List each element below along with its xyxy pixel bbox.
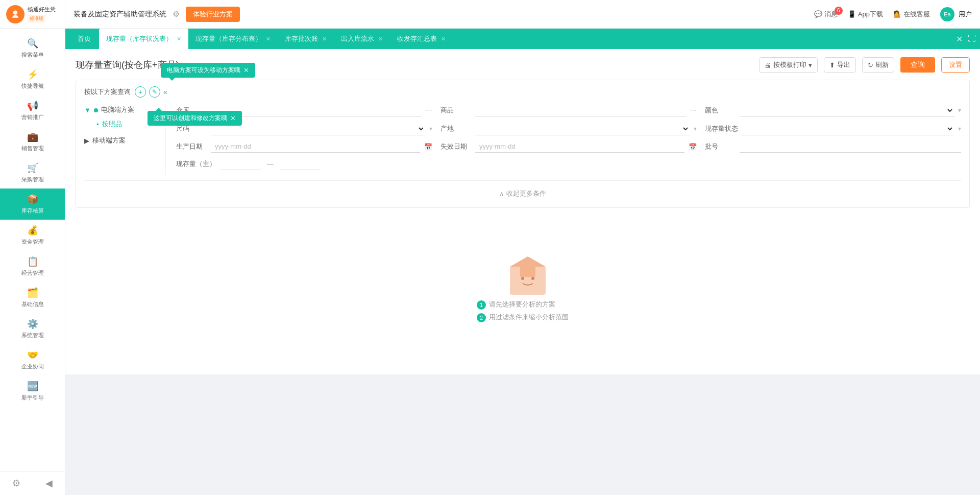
- set-btn[interactable]: 设置: [941, 57, 970, 73]
- prod-date-calendar-icon[interactable]: 📅: [424, 143, 432, 151]
- tab-inventory-status[interactable]: 现存量（库存状况表） ✕: [99, 29, 188, 49]
- sidebar-item-quick[interactable]: ⚡ 快捷导航: [0, 64, 65, 95]
- stock-main-from[interactable]: [220, 158, 261, 170]
- sidebar-item-basic[interactable]: 🗂️ 基础信息: [0, 282, 65, 313]
- finance-icon: 💰: [27, 225, 38, 236]
- warehouse-input[interactable]: [211, 104, 422, 116]
- expire-date-calendar-icon[interactable]: 📅: [689, 143, 697, 151]
- basic-icon: 🗂️: [27, 287, 38, 298]
- color-dropdown-icon: ▾: [958, 107, 961, 114]
- back-arrow-icon[interactable]: «: [163, 88, 167, 96]
- collapse-expand-row[interactable]: ∧ 收起更多条件: [84, 186, 961, 201]
- tab-in-out[interactable]: 出入库流水 ✕: [334, 29, 390, 49]
- sidebar-item-marketing[interactable]: 📢 营销推广: [0, 95, 65, 126]
- trial-btn[interactable]: 体验行业方案: [186, 7, 240, 22]
- prod-date-input[interactable]: [211, 140, 420, 153]
- tooltip-scheme-mobile: 电脑方案可设为移动方案哦 ✕: [161, 63, 255, 78]
- print-dropdown-icon: ▾: [808, 61, 812, 69]
- batch-label: 批号: [705, 142, 736, 151]
- refresh-btn[interactable]: ↻ 刷新: [862, 57, 894, 73]
- sidebar: 畅通好生意 标准版 🔍 搜索菜单 ⚡ 快捷导航 📢 营销推广 💼 销售管理 🛒 …: [0, 0, 65, 495]
- marketing-icon: 📢: [27, 100, 38, 111]
- step-1-text: 请先选择要分析的方案: [489, 300, 555, 309]
- sidebar-item-cooperation[interactable]: 🤝 企业协同: [0, 344, 65, 375]
- product-dots[interactable]: ···: [690, 106, 697, 115]
- svg-marker-2: [510, 256, 546, 267]
- tab-batch-ledger[interactable]: 库存批次账 ✕: [278, 29, 334, 49]
- sidebar-item-label: 企业协同: [21, 363, 44, 370]
- stock-main-to[interactable]: [280, 158, 321, 170]
- app-action[interactable]: 📱 App下载: [848, 10, 883, 19]
- tab-close-icon[interactable]: ✕: [322, 36, 327, 42]
- sidebar-item-finance[interactable]: 💰 资金管理: [0, 220, 65, 251]
- mobile-scheme-label: 移动端方案: [92, 136, 126, 145]
- print-btn[interactable]: 🖨 按模板打印 ▾: [759, 57, 818, 73]
- product-input[interactable]: [475, 104, 686, 116]
- mobile-toggle-icon: ▶: [84, 137, 89, 145]
- system-title: 装备及固定资产辅助管理系统: [74, 10, 166, 19]
- export-btn[interactable]: ⬆ 导出: [824, 57, 856, 73]
- sidebar-item-label: 搜索菜单: [21, 51, 44, 59]
- filter-header-icons: + ✎ «: [135, 86, 167, 98]
- sidebar-item-operation[interactable]: 📋 经营管理: [0, 251, 65, 282]
- edit-scheme-btn[interactable]: ✎: [149, 86, 160, 98]
- header: 装备及固定资产辅助管理系统 ⚙ 体验行业方案 💬 消息 6 📱 App下载 💁 …: [65, 0, 980, 29]
- svg-point-4: [521, 277, 524, 280]
- header-right: 💬 消息 6 📱 App下载 💁 在线客服 Ea 用户: [814, 7, 972, 21]
- tab-home[interactable]: 首页: [69, 34, 99, 43]
- step-1-num: 1: [477, 300, 486, 310]
- batch-input[interactable]: [740, 140, 961, 153]
- sidebar-item-guide[interactable]: 🆕 新手引导: [0, 375, 65, 407]
- tab-collect-summary[interactable]: 收发存汇总表 ✕: [390, 29, 453, 49]
- sidebar-item-sales[interactable]: 💼 销售管理: [0, 126, 65, 157]
- scheme-mobile[interactable]: ▶ 移动端方案: [84, 134, 157, 147]
- field-origin: 产地 ▾: [440, 122, 697, 135]
- scheme-item-icon: •: [96, 121, 99, 128]
- tab-close-icon[interactable]: ✕: [441, 36, 446, 42]
- sidebar-item-label: 基础信息: [21, 300, 44, 308]
- size-dropdown-icon: ▾: [429, 125, 432, 132]
- collapse-label: 收起更多条件: [506, 189, 546, 198]
- operation-icon: 📋: [27, 256, 38, 267]
- color-select[interactable]: [740, 104, 954, 117]
- tooltip-close-icon[interactable]: ✕: [243, 66, 249, 74]
- msg-badge: 6: [835, 7, 843, 15]
- sidebar-bottom: ⚙ ◀: [0, 471, 65, 495]
- sidebar-item-purchase[interactable]: 🛒 采购管理: [0, 157, 65, 188]
- sidebar-item-label: 经营管理: [21, 269, 44, 277]
- msg-action[interactable]: 💬 消息 6: [814, 10, 838, 19]
- refresh-icon: ↻: [868, 61, 873, 69]
- expire-date-input[interactable]: [475, 140, 684, 153]
- tab-close-all-icon[interactable]: ✕: [956, 34, 963, 44]
- tab-close-icon[interactable]: ✕: [177, 36, 181, 42]
- sidebar-item-inventory[interactable]: 📦 库存核算: [0, 188, 65, 220]
- warehouse-dots[interactable]: ···: [426, 106, 432, 115]
- filter-form: 仓库 ··· 商品 ··· 颜色 ▾: [176, 104, 961, 175]
- settings-bottom-icon[interactable]: ⚙: [12, 478, 20, 489]
- sidebar-item-system[interactable]: ⚙️ 系统管理: [0, 313, 65, 344]
- tab-fullscreen-icon[interactable]: ⛶: [968, 34, 976, 43]
- origin-select[interactable]: [475, 122, 690, 135]
- tooltip-close-icon[interactable]: ✕: [230, 114, 236, 122]
- add-scheme-btn[interactable]: +: [135, 86, 146, 98]
- tab-label: 收发存汇总表: [397, 34, 437, 43]
- stock-status-select[interactable]: [742, 122, 954, 135]
- logo-text: 畅通好生意: [28, 6, 56, 13]
- field-color: 颜色 ▾: [705, 104, 961, 117]
- header-settings-icon[interactable]: ⚙: [173, 9, 180, 19]
- tabs-right-actions: ✕ ⛶: [956, 34, 976, 44]
- tab-inventory-dist[interactable]: 现存量（库存分布表） ✕: [188, 29, 278, 49]
- export-label: 导出: [837, 60, 850, 69]
- tab-close-icon[interactable]: ✕: [266, 36, 271, 42]
- support-action[interactable]: 💁 在线客服: [893, 10, 930, 19]
- filter-row-4: 现存量（主） —: [176, 158, 961, 170]
- stock-status-label: 现存量状态: [705, 124, 738, 133]
- collapse-sidebar-icon[interactable]: ◀: [45, 478, 53, 489]
- tab-close-icon[interactable]: ✕: [378, 36, 383, 42]
- query-btn[interactable]: 查询: [900, 57, 935, 73]
- print-icon: 🖨: [765, 61, 771, 69]
- avatar: Ea: [940, 7, 954, 21]
- size-select[interactable]: [211, 122, 425, 135]
- scheme-pc-root[interactable]: ▼ 电脑端方案: [84, 104, 157, 116]
- sidebar-item-search[interactable]: 🔍 搜索菜单: [0, 33, 65, 64]
